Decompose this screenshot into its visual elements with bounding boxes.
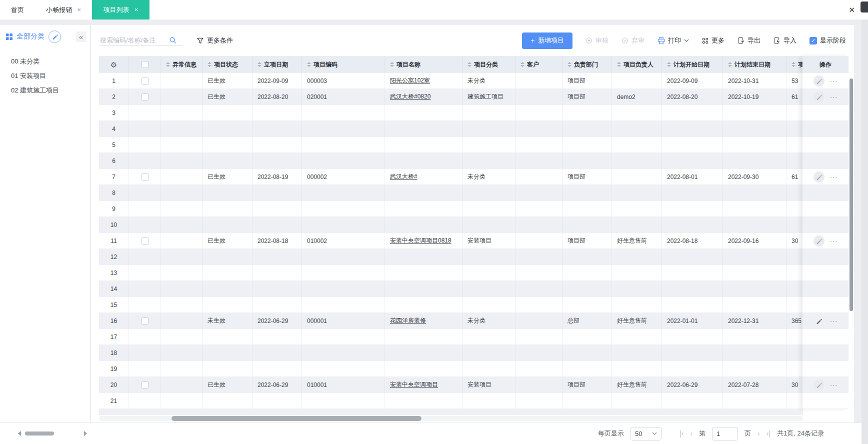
scroll-left-icon[interactable] bbox=[18, 431, 21, 436]
cell-owner bbox=[612, 201, 662, 216]
column-header-owner[interactable]: 项目负责人 bbox=[612, 56, 662, 73]
select-all-checkbox[interactable] bbox=[129, 56, 161, 73]
column-header-plan_start[interactable]: 计划开始日期 bbox=[662, 56, 723, 73]
project-name-link[interactable]: 安装中央空调项目 bbox=[390, 380, 438, 389]
page-number-input[interactable]: 1 bbox=[712, 427, 738, 440]
more-actions-button[interactable]: ··· bbox=[830, 382, 838, 388]
more-actions-button[interactable]: ··· bbox=[830, 78, 838, 84]
cell-start_date bbox=[252, 361, 302, 376]
cell-name bbox=[385, 217, 462, 232]
edit-button[interactable] bbox=[814, 236, 824, 246]
print-label: 打印 bbox=[668, 36, 681, 45]
edit-button[interactable] bbox=[814, 380, 824, 390]
close-tab-icon[interactable]: ✕ bbox=[134, 7, 138, 12]
cell-dept bbox=[562, 249, 612, 264]
column-settings-button[interactable]: ⚙ bbox=[99, 56, 129, 73]
per-page-value: 50 bbox=[635, 430, 642, 438]
more-actions-button[interactable]: ··· bbox=[830, 238, 838, 244]
edit-categories-button[interactable] bbox=[48, 30, 61, 43]
more-actions-button[interactable]: ··· bbox=[830, 94, 838, 100]
sidebar-item-installation[interactable]: 01 安装项目 bbox=[0, 68, 90, 83]
project-name-link[interactable]: 阳光公寓102室 bbox=[390, 76, 430, 85]
cell-category bbox=[462, 121, 516, 136]
search-input[interactable] bbox=[100, 36, 169, 44]
column-header-abnormal[interactable]: 异常信息 bbox=[161, 56, 202, 73]
tab-home[interactable]: 首页 bbox=[0, 0, 35, 20]
per-page-select[interactable]: 50 bbox=[630, 427, 662, 440]
add-project-button[interactable]: + 新增项目 bbox=[522, 32, 572, 49]
project-name-link[interactable]: 武汉大桥#0820 bbox=[390, 92, 430, 101]
collapse-sidebar-button[interactable]: « bbox=[76, 32, 86, 42]
cell-duration bbox=[786, 201, 803, 216]
edit-button[interactable] bbox=[814, 92, 824, 102]
tab-project-list[interactable]: 项目列表 ✕ bbox=[92, 0, 149, 20]
column-header-start_date[interactable]: 立项日期 bbox=[252, 56, 302, 73]
column-header-category[interactable]: 项目分类 bbox=[462, 56, 516, 73]
cell-num: 8 bbox=[99, 185, 129, 200]
more-button[interactable]: 更多 bbox=[702, 36, 724, 45]
row-checkbox[interactable] bbox=[142, 174, 148, 180]
cell-duration bbox=[786, 137, 803, 152]
row-checkbox[interactable] bbox=[142, 94, 148, 100]
show-stage-toggle[interactable]: ✓ 显示阶段 bbox=[810, 36, 846, 45]
import-button[interactable]: 导入 bbox=[774, 36, 796, 45]
cell-check bbox=[129, 313, 161, 328]
scroll-right-icon[interactable] bbox=[84, 431, 87, 436]
close-icon[interactable]: ✕ bbox=[848, 0, 855, 20]
sidebar-horizontal-scrollbar[interactable] bbox=[18, 431, 88, 436]
first-page-icon[interactable]: |‹ bbox=[680, 430, 684, 438]
edit-button[interactable] bbox=[814, 316, 824, 326]
cell-plan_start bbox=[662, 185, 723, 200]
more-filters-button[interactable]: 更多条件 bbox=[197, 36, 233, 45]
horizontal-scrollbar-track[interactable] bbox=[99, 416, 803, 421]
vertical-scrollbar-track[interactable] bbox=[848, 56, 854, 415]
search-icon[interactable] bbox=[169, 36, 176, 44]
cell-duration: 53 bbox=[786, 73, 803, 88]
mini-scrollbar-thumb[interactable] bbox=[25, 432, 54, 436]
row-checkbox[interactable] bbox=[142, 318, 148, 324]
cell-num: 2 bbox=[99, 89, 129, 104]
project-name-link[interactable]: 安装中央空调项目0818 bbox=[390, 236, 452, 245]
more-actions-button[interactable]: ··· bbox=[830, 174, 838, 180]
export-button[interactable]: 导出 bbox=[738, 36, 760, 45]
close-tab-icon[interactable]: ✕ bbox=[77, 7, 81, 12]
project-name-link[interactable]: 花园洋房装修 bbox=[390, 316, 426, 325]
cell-code: 010001 bbox=[302, 377, 385, 392]
row-checkbox[interactable] bbox=[142, 78, 148, 84]
cell-dept: 项目部 bbox=[562, 377, 612, 392]
print-button[interactable]: 打印 bbox=[658, 36, 689, 45]
row-checkbox[interactable] bbox=[142, 238, 148, 244]
vertical-scrollbar-thumb[interactable] bbox=[850, 78, 853, 311]
last-page-icon[interactable]: ›| bbox=[766, 430, 770, 438]
tab-xiaochang-baoxiao[interactable]: 小畅报销 ✕ bbox=[35, 0, 92, 20]
column-header-status[interactable]: 项目状态 bbox=[202, 56, 252, 73]
column-header-duration[interactable]: 项 bbox=[786, 56, 803, 73]
column-header-dept[interactable]: 负责部门 bbox=[562, 56, 612, 73]
project-name-link[interactable]: 武汉大桥# bbox=[390, 172, 418, 181]
checkbox-icon[interactable] bbox=[142, 61, 148, 68]
cell-check bbox=[129, 73, 161, 88]
prev-page-icon[interactable]: ‹ bbox=[690, 430, 692, 438]
column-header-code[interactable]: 项目编码 bbox=[302, 56, 385, 73]
cell-num: 19 bbox=[99, 361, 129, 376]
audit-seal-icon bbox=[586, 37, 592, 44]
cell-plan_end: 2022-10-19 bbox=[723, 89, 786, 104]
cell-status bbox=[202, 153, 252, 168]
column-header-customer[interactable]: 客户 bbox=[516, 56, 562, 73]
row-checkbox[interactable] bbox=[142, 382, 148, 388]
sidebar-item-uncategorized[interactable]: 00 未分类 bbox=[0, 54, 90, 68]
abandon-audit-button[interactable]: 弃审 bbox=[622, 36, 644, 45]
edit-button[interactable] bbox=[814, 172, 824, 182]
checked-checkbox-icon[interactable]: ✓ bbox=[810, 37, 817, 44]
more-actions-button[interactable]: ··· bbox=[830, 318, 838, 324]
window-corner-icon[interactable] bbox=[860, 2, 868, 12]
next-page-icon[interactable]: › bbox=[758, 430, 760, 438]
column-header-name[interactable]: 项目名称 bbox=[385, 56, 462, 73]
gear-icon[interactable]: ⚙ bbox=[110, 61, 117, 68]
audit-button[interactable]: 审核 bbox=[586, 36, 608, 45]
edit-button[interactable] bbox=[814, 76, 824, 86]
column-header-plan_end[interactable]: 计划结束日期 bbox=[723, 56, 786, 73]
horizontal-scrollbar-thumb[interactable] bbox=[172, 416, 422, 421]
outer-scrollbar-track[interactable] bbox=[862, 20, 868, 444]
sidebar-item-construction[interactable]: 02 建筑施工项目 bbox=[0, 83, 90, 98]
